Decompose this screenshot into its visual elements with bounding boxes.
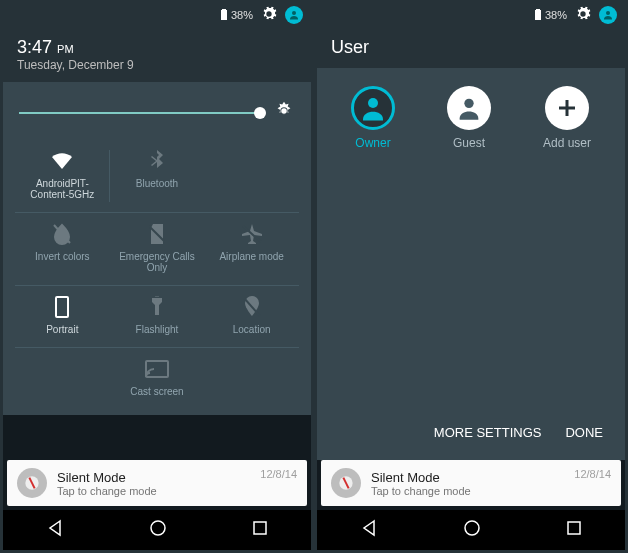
notification-date: 12/8/14 <box>260 468 297 480</box>
svg-rect-3 <box>56 297 68 317</box>
nav-back-icon[interactable] <box>46 519 64 541</box>
nav-home-icon[interactable] <box>149 519 167 541</box>
nav-bar <box>3 510 311 550</box>
svg-point-2 <box>281 108 287 114</box>
more-settings-button[interactable]: MORE SETTINGS <box>434 425 542 440</box>
tile-wifi[interactable]: AndroidPIT-Content-5GHz <box>15 140 110 212</box>
tile-rotation[interactable]: Portrait <box>15 286 110 347</box>
svg-point-8 <box>606 11 610 15</box>
svg-point-9 <box>368 98 378 108</box>
panel-date: Tuesday, December 9 <box>17 58 297 72</box>
notification-area: Silent Mode Tap to change mode 12/8/14 <box>3 415 311 510</box>
user-switcher-panel: Owner Guest Add user MORE SETTINGS DONE <box>317 68 625 460</box>
portrait-icon <box>55 296 69 318</box>
svg-point-10 <box>464 99 473 108</box>
svg-point-0 <box>292 11 296 15</box>
user-panel-title: User <box>317 27 625 68</box>
silent-mode-icon <box>17 468 47 498</box>
user-add[interactable]: Add user <box>543 86 591 150</box>
svg-rect-4 <box>146 361 168 377</box>
user-guest[interactable]: Guest <box>447 86 491 150</box>
svg-point-12 <box>465 521 479 535</box>
user-avatar-icon[interactable] <box>599 6 617 24</box>
user-owner[interactable]: Owner <box>351 86 395 150</box>
add-user-icon <box>545 86 589 130</box>
nav-recent-icon[interactable] <box>566 520 582 540</box>
notification-subtitle: Tap to change mode <box>57 485 157 497</box>
nav-back-icon[interactable] <box>360 519 378 541</box>
tiles-grid: AndroidPIT-Content-5GHz Bluetooth Invert… <box>15 140 299 409</box>
notification-subtitle: Tap to change mode <box>371 485 471 497</box>
nav-recent-icon[interactable] <box>252 520 268 540</box>
wifi-icon <box>50 150 74 172</box>
brightness-slider[interactable] <box>15 92 299 140</box>
gear-icon[interactable] <box>575 6 591 24</box>
svg-point-6 <box>151 521 165 535</box>
cast-icon <box>145 358 169 380</box>
notification-title: Silent Mode <box>371 470 471 485</box>
tile-cast[interactable]: Cast screen <box>110 348 205 409</box>
tile-location[interactable]: Location <box>204 286 299 347</box>
tile-bluetooth[interactable]: Bluetooth <box>110 140 205 212</box>
no-sim-icon <box>149 223 165 245</box>
silent-mode-icon <box>331 468 361 498</box>
quick-settings-panel: AndroidPIT-Content-5GHz Bluetooth Invert… <box>3 82 311 415</box>
panel-header: 3:47 PM Tuesday, December 9 <box>3 27 311 82</box>
battery-pct: 38% <box>231 9 253 21</box>
svg-rect-13 <box>568 522 580 534</box>
notification-silent-mode[interactable]: Silent Mode Tap to change mode 12/8/14 <box>7 460 307 506</box>
brightness-auto-icon[interactable] <box>273 100 295 126</box>
location-off-icon <box>243 296 261 318</box>
battery-pct: 38% <box>545 9 567 21</box>
tile-invert-colors[interactable]: Invert colors <box>15 213 110 285</box>
notification-title: Silent Mode <box>57 470 157 485</box>
owner-avatar-icon <box>351 86 395 130</box>
nav-bar <box>317 510 625 550</box>
tile-airplane[interactable]: Airplane mode <box>204 213 299 285</box>
battery-indicator: 38% <box>220 9 253 21</box>
tile-cellular[interactable]: Emergency Calls Only <box>110 213 205 285</box>
invert-colors-icon <box>52 223 72 245</box>
airplane-off-icon <box>241 223 263 245</box>
notification-silent-mode[interactable]: Silent Mode Tap to change mode 12/8/14 <box>321 460 621 506</box>
bluetooth-icon <box>149 150 165 172</box>
done-button[interactable]: DONE <box>565 425 603 440</box>
nav-home-icon[interactable] <box>463 519 481 541</box>
gear-icon[interactable] <box>261 6 277 24</box>
tile-flashlight[interactable]: Flashlight <box>110 286 205 347</box>
screen-quick-settings: 38% 3:47 PM Tuesday, December 9 <box>3 3 311 550</box>
notification-date: 12/8/14 <box>574 468 611 480</box>
guest-avatar-icon <box>447 86 491 130</box>
svg-rect-7 <box>254 522 266 534</box>
status-bar: 38% <box>3 3 311 27</box>
status-bar: 38% <box>317 3 625 27</box>
clock-time: 3:47 PM <box>17 37 297 58</box>
battery-indicator: 38% <box>534 9 567 21</box>
screen-user-switcher: 38% User Owner Guest <box>317 3 625 550</box>
user-avatar-icon[interactable] <box>285 6 303 24</box>
flashlight-icon <box>150 296 164 318</box>
